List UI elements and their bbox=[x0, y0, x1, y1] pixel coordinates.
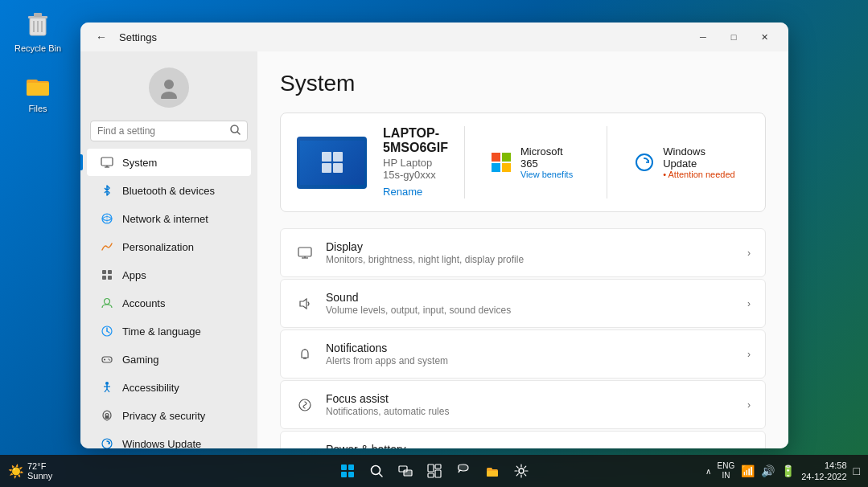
microsoft365-subtitle: View benefits bbox=[520, 170, 581, 179]
taskbar-task-view-button[interactable] bbox=[393, 458, 418, 484]
network-nav-icon bbox=[100, 211, 114, 226]
battery-icon[interactable]: 🔋 bbox=[781, 464, 795, 477]
svg-line-66 bbox=[379, 473, 382, 477]
windows-update-title: Windows Update bbox=[663, 145, 739, 170]
taskbar-search-button[interactable] bbox=[364, 458, 389, 484]
svg-rect-68 bbox=[404, 470, 412, 476]
sidebar-item-label-system: System bbox=[122, 157, 157, 169]
svg-rect-13 bbox=[101, 158, 113, 166]
accounts-nav-icon bbox=[100, 296, 114, 310]
system-tray-chevron[interactable]: ∧ bbox=[706, 467, 711, 476]
svg-line-34 bbox=[105, 389, 107, 392]
taskbar: ☀️ 72°F Sunny ∧ ENGIN 📶 🔊 🔋 14:58 24-12-… bbox=[0, 455, 868, 487]
sidebar-item-label-personalization: Personalization bbox=[122, 241, 194, 253]
taskbar-clock[interactable]: 14:58 24-12-2022 bbox=[801, 460, 846, 483]
device-name: LAPTOP-5MSO6GIF bbox=[383, 126, 448, 155]
device-screen bbox=[300, 141, 364, 185]
svg-rect-20 bbox=[102, 276, 106, 280]
language-indicator[interactable]: ENGIN bbox=[718, 461, 735, 481]
desktop-icon-files[interactable]: Files bbox=[10, 68, 66, 113]
sidebar-item-bluetooth[interactable]: Bluetooth & devices bbox=[87, 177, 251, 204]
windows-update-badge[interactable]: Windows Update • Attention needed bbox=[623, 139, 749, 186]
sidebar-item-label-time: Time & language bbox=[122, 325, 201, 338]
taskbar-start-button[interactable] bbox=[335, 458, 360, 484]
badge-divider-2 bbox=[607, 126, 607, 198]
search-box[interactable] bbox=[90, 121, 248, 141]
privacy-nav-icon bbox=[100, 408, 114, 423]
sidebar-item-accounts[interactable]: Accounts bbox=[87, 289, 251, 317]
user-avatar-area bbox=[80, 58, 257, 121]
focus-assist-icon bbox=[295, 395, 315, 415]
svg-rect-61 bbox=[341, 464, 347, 470]
setting-item-sound[interactable]: Sound Volume levels, output, input, soun… bbox=[280, 279, 766, 328]
weather-condition: Sunny bbox=[27, 471, 52, 481]
sound-desc: Volume levels, output, input, sound devi… bbox=[326, 305, 736, 316]
nav-list: System Bluetooth & devices Network & int… bbox=[80, 148, 257, 448]
desktop-icon-recycle-bin[interactable]: Recycle Bin bbox=[10, 8, 66, 53]
volume-icon[interactable]: 🔊 bbox=[761, 464, 775, 477]
search-input[interactable] bbox=[97, 125, 225, 137]
recycle-bin-icon bbox=[22, 8, 54, 40]
setting-item-power-battery[interactable]: Power & battery Sleep, battery usage, ba… bbox=[280, 431, 766, 448]
display-desc: Monitors, brightness, night light, displ… bbox=[326, 254, 736, 265]
setting-item-display[interactable]: Display Monitors, brightness, night ligh… bbox=[280, 228, 766, 277]
clock-time: 14:58 bbox=[825, 460, 847, 471]
sidebar-item-label-network: Network & internet bbox=[122, 213, 208, 225]
title-bar: ← Settings ─ □ ✕ bbox=[80, 23, 788, 51]
close-button[interactable]: ✕ bbox=[750, 26, 779, 48]
svg-rect-18 bbox=[102, 270, 106, 274]
taskbar-widgets-button[interactable] bbox=[422, 458, 447, 484]
sound-title: Sound bbox=[326, 291, 736, 304]
display-icon bbox=[295, 244, 315, 263]
focus-assist-desc: Notifications, automatic rules bbox=[326, 406, 736, 417]
temperature: 72°F bbox=[27, 461, 52, 471]
display-title: Display bbox=[326, 240, 736, 253]
bluetooth-nav-icon bbox=[100, 183, 114, 198]
apps-nav-icon bbox=[100, 268, 114, 282]
notifications-text: Notifications Alerts from apps and syste… bbox=[326, 342, 736, 366]
avatar[interactable] bbox=[149, 68, 189, 108]
sidebar-item-gaming[interactable]: Gaming bbox=[87, 346, 251, 373]
focus-assist-title: Focus assist bbox=[326, 392, 736, 405]
window-title: Settings bbox=[119, 31, 689, 43]
device-rename-link[interactable]: Rename bbox=[383, 186, 422, 198]
sound-chevron: › bbox=[747, 298, 751, 309]
wifi-icon[interactable]: 📶 bbox=[741, 464, 755, 477]
desktop: Recycle Bin Files ← Settings ─ □ bbox=[0, 0, 868, 487]
back-button[interactable]: ← bbox=[90, 26, 113, 48]
device-info: LAPTOP-5MSO6GIF HP Laptop 15s-gy0xxx Ren… bbox=[383, 126, 448, 198]
sidebar-item-windows-update[interactable]: Windows Update bbox=[87, 430, 251, 448]
windows-update-text: Windows Update • Attention needed bbox=[663, 145, 739, 179]
sidebar-item-label-apps: Apps bbox=[122, 269, 146, 281]
svg-rect-63 bbox=[341, 472, 347, 477]
taskbar-explorer-button[interactable] bbox=[479, 458, 505, 484]
display-chevron: › bbox=[747, 248, 751, 259]
sidebar-item-system[interactable]: System bbox=[87, 149, 251, 176]
minimize-button[interactable]: ─ bbox=[689, 26, 718, 48]
weather-widget[interactable]: ☀️ 72°F Sunny bbox=[8, 461, 52, 481]
sidebar-item-label-gaming: Gaming bbox=[122, 354, 159, 366]
svg-point-37 bbox=[102, 439, 112, 448]
svg-rect-26 bbox=[102, 357, 112, 362]
sidebar-item-personalization[interactable]: Personalization bbox=[87, 233, 251, 260]
sidebar-item-time[interactable]: Time & language bbox=[87, 317, 251, 345]
windows-update-icon bbox=[633, 151, 655, 174]
sidebar-item-network[interactable]: Network & internet bbox=[87, 205, 251, 232]
sidebar-item-accessibility[interactable]: Accessibility bbox=[87, 374, 251, 401]
maximize-button[interactable]: □ bbox=[719, 26, 748, 48]
device-thumbnail bbox=[297, 137, 367, 189]
setting-item-focus-assist[interactable]: Focus assist Notifications, automatic ru… bbox=[280, 380, 766, 429]
sidebar-item-privacy[interactable]: Privacy & security bbox=[87, 402, 251, 429]
sidebar-item-apps[interactable]: Apps bbox=[87, 261, 251, 289]
svg-rect-42 bbox=[492, 153, 500, 162]
focus-assist-chevron: › bbox=[747, 399, 751, 411]
system-nav-icon bbox=[100, 155, 114, 170]
taskbar-settings-button[interactable] bbox=[508, 458, 534, 484]
notification-icon[interactable]: □ bbox=[854, 464, 860, 477]
setting-item-notifications[interactable]: Notifications Alerts from apps and syste… bbox=[280, 329, 766, 379]
personalization-nav-icon bbox=[100, 239, 114, 254]
microsoft365-badge[interactable]: Microsoft 365 View benefits bbox=[481, 139, 590, 186]
taskbar-chat-button[interactable] bbox=[450, 458, 476, 484]
microsoft365-text: Microsoft 365 View benefits bbox=[520, 145, 581, 179]
svg-rect-43 bbox=[502, 153, 511, 162]
